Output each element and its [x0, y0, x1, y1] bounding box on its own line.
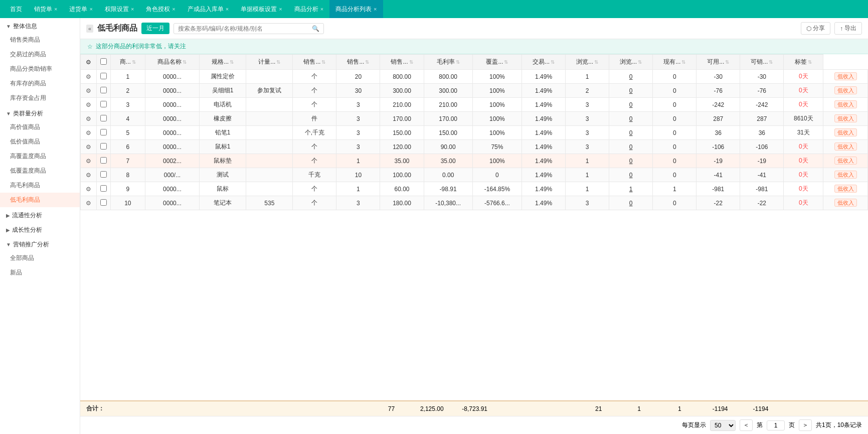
cell-checkbox[interactable]	[97, 182, 111, 196]
cell-settings[interactable]: ⚙	[81, 112, 97, 126]
col-checkbox[interactable]	[97, 55, 111, 70]
cell-checkbox[interactable]	[97, 140, 111, 154]
col-tag[interactable]: 标签⇅	[784, 55, 823, 70]
sidebar-group-marketing[interactable]: ▼ 营销推广分析	[0, 236, 80, 251]
sidebar-item-traded-goods[interactable]: 交易过的商品	[0, 47, 80, 62]
nav-item-home[interactable]: 首页	[4, 0, 28, 18]
close-permission-icon[interactable]: ×	[131, 6, 134, 12]
cell-view1[interactable]: 0	[609, 168, 653, 182]
cell-settings[interactable]: ⚙	[81, 98, 97, 112]
search-input[interactable]	[178, 25, 310, 32]
cell-settings[interactable]: ⚙	[81, 126, 97, 140]
cell-view1[interactable]: 0	[609, 154, 653, 168]
search-icon[interactable]: 🔍	[312, 25, 319, 32]
cell-settings[interactable]: ⚙	[81, 182, 97, 196]
nav-item-permission[interactable]: 权限设置 ×	[99, 0, 140, 18]
sidebar-item-sales-goods[interactable]: 销售类商品	[0, 33, 80, 47]
close-goods-analysis-icon[interactable]: ×	[320, 6, 323, 12]
row-checkbox[interactable]	[100, 115, 107, 121]
row-checkbox[interactable]	[100, 171, 107, 178]
row-checkbox[interactable]	[100, 143, 107, 150]
col-view2[interactable]: 浏览...⇅	[609, 55, 653, 70]
cell-view1[interactable]: 0	[609, 196, 653, 210]
col-sellable-days[interactable]: 可销...⇅	[740, 55, 784, 70]
cell-settings[interactable]: ⚙	[81, 84, 97, 98]
nav-item-goods-analysis[interactable]: 商品分析 ×	[288, 0, 329, 18]
close-production-icon[interactable]: ×	[226, 6, 229, 12]
col-view1[interactable]: 浏览...⇅	[566, 55, 609, 70]
close-sales-icon[interactable]: ×	[54, 6, 57, 12]
col-sales-qty[interactable]: 销售...⇅	[293, 55, 336, 70]
cell-view1[interactable]: 0	[609, 84, 653, 98]
cell-view1[interactable]: 0	[609, 140, 653, 154]
col-coverage[interactable]: 覆盖...⇅	[472, 55, 522, 70]
row-checkbox[interactable]	[100, 129, 107, 135]
cell-view1[interactable]: 1	[609, 182, 653, 196]
row-checkbox[interactable]	[100, 87, 107, 93]
col-transaction[interactable]: 交易...⇅	[522, 55, 566, 70]
cell-view1[interactable]: 0	[609, 98, 653, 112]
sidebar-item-low-margin[interactable]: 低毛利商品	[0, 193, 80, 207]
sidebar-group-overall[interactable]: ▼ 整体信息	[0, 18, 80, 33]
cell-view1[interactable]: 0	[609, 126, 653, 140]
export-btn[interactable]: ↑ 导出	[834, 22, 862, 35]
per-page-select[interactable]: 50 100 200	[710, 420, 736, 431]
close-template-icon[interactable]: ×	[279, 6, 282, 12]
col-stock-available[interactable]: 可用...⇅	[697, 55, 740, 70]
select-all-checkbox[interactable]	[100, 58, 107, 65]
cell-settings[interactable]: ⚙	[81, 140, 97, 154]
cell-checkbox[interactable]	[97, 98, 111, 112]
cell-checkbox[interactable]	[97, 70, 111, 84]
filter-month-btn[interactable]: 近一月	[141, 23, 169, 34]
close-role-icon[interactable]: ×	[172, 6, 175, 12]
col-spec[interactable]: 规格...⇅	[200, 55, 246, 70]
next-page-btn[interactable]: ＞	[799, 419, 812, 431]
cell-settings[interactable]: ⚙	[81, 196, 97, 210]
sidebar-item-all-goods[interactable]: 全部商品	[0, 251, 80, 265]
col-settings[interactable]: ⚙	[81, 55, 97, 70]
nav-item-sales[interactable]: 销货单 ×	[28, 0, 63, 18]
col-sales-profit[interactable]: 销售...⇅	[380, 55, 424, 70]
sidebar-item-stocked-goods[interactable]: 有库存的商品	[0, 76, 80, 91]
sidebar-group-flow[interactable]: ▶ 流通性分析	[0, 207, 80, 222]
nav-item-goods-analysis-list[interactable]: 商品分析列表 ×	[329, 0, 383, 18]
row-checkbox[interactable]	[100, 73, 107, 79]
col-unit[interactable]: 计量...⇅	[246, 55, 293, 70]
share-btn[interactable]: ⬡ 分享	[801, 22, 830, 35]
close-purchase-icon[interactable]: ×	[89, 6, 92, 12]
cell-checkbox[interactable]	[97, 112, 111, 126]
cell-checkbox[interactable]	[97, 196, 111, 210]
col-gross-margin[interactable]: 毛利率⇅	[424, 55, 472, 70]
cell-settings[interactable]: ⚙	[81, 168, 97, 182]
sidebar-group-cluster[interactable]: ▼ 类群量分析	[0, 105, 80, 120]
sidebar-item-high-value[interactable]: 高价值商品	[0, 120, 80, 134]
cell-view1[interactable]: 0	[609, 112, 653, 126]
row-checkbox[interactable]	[100, 199, 107, 206]
col-name[interactable]: 商品名称⇅	[145, 55, 199, 70]
nav-item-template[interactable]: 单据模板设置 ×	[235, 0, 288, 18]
cell-settings[interactable]: ⚙	[81, 154, 97, 168]
cell-checkbox[interactable]	[97, 84, 111, 98]
cell-settings[interactable]: ⚙	[81, 70, 97, 84]
col-code[interactable]: 商...⇅	[111, 55, 145, 70]
sidebar-item-new-goods[interactable]: 新品	[0, 265, 80, 280]
sidebar-group-growth[interactable]: ▶ 成长性分析	[0, 222, 80, 236]
sidebar-item-high-coverage[interactable]: 高覆盖度商品	[0, 149, 80, 164]
sidebar-item-low-value[interactable]: 低价值商品	[0, 134, 80, 149]
sidebar-item-category-rate[interactable]: 商品分类助销率	[0, 62, 80, 76]
row-checkbox[interactable]	[100, 185, 107, 192]
nav-item-purchase[interactable]: 进货单 ×	[63, 0, 98, 18]
nav-item-role[interactable]: 角色授权 ×	[140, 0, 181, 18]
cell-view1[interactable]: 0	[609, 70, 653, 84]
collapse-sidebar-btn[interactable]: «	[86, 25, 93, 33]
row-checkbox[interactable]	[100, 101, 107, 107]
sidebar-item-high-margin[interactable]: 高毛利商品	[0, 178, 80, 193]
prev-page-btn[interactable]: ＜	[740, 419, 753, 431]
col-sales-price[interactable]: 销售...⇅	[336, 55, 380, 70]
current-page-input[interactable]	[767, 420, 785, 430]
row-checkbox[interactable]	[100, 157, 107, 164]
col-stock-current[interactable]: 现有...⇅	[653, 55, 697, 70]
sidebar-item-stock-capital[interactable]: 库存资金占用	[0, 91, 80, 105]
nav-item-production[interactable]: 产成品入库单 ×	[182, 0, 235, 18]
cell-checkbox[interactable]	[97, 168, 111, 182]
